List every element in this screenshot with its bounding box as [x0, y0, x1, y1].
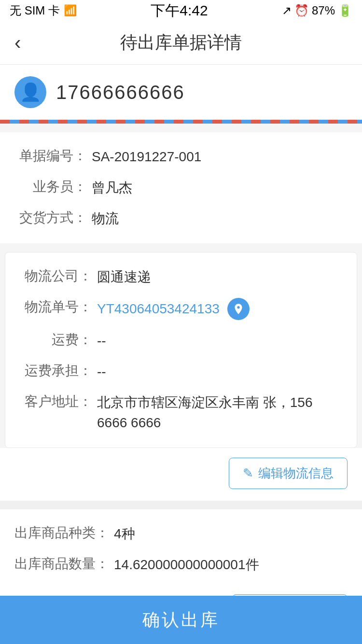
- customer-header: 👤 17666666666: [0, 65, 362, 120]
- freight-row: 运费： --: [20, 331, 342, 351]
- edit-logistics-container: ✎ 编辑物流信息: [0, 448, 362, 501]
- order-number-value: SA-20191227-001: [92, 147, 348, 167]
- order-number-row: 单据编号： SA-20191227-001: [14, 147, 348, 167]
- status-left: 无 SIM 卡 📶: [10, 3, 77, 18]
- carrier-text: 无 SIM 卡: [10, 3, 60, 18]
- delivery-label: 交货方式：: [14, 209, 92, 227]
- back-button[interactable]: ‹: [14, 32, 21, 54]
- tracking-value: YT43064053424133: [97, 299, 220, 319]
- battery-icon: 🔋: [338, 4, 352, 17]
- edit-logistics-label: 编辑物流信息: [258, 465, 334, 482]
- location-icon: ↗: [282, 4, 292, 17]
- freight-label: 运费：: [20, 331, 97, 349]
- logistics-section: 物流公司： 圆通速递 物流单号： YT43064053424133 运费： --…: [5, 252, 357, 448]
- edit-icon: ✎: [243, 466, 253, 481]
- address-label: 客户地址：: [20, 392, 97, 411]
- product-types-label: 出库商品种类：: [14, 524, 114, 542]
- gray-divider: [0, 501, 362, 509]
- tracking-value-row: YT43064053424133: [97, 298, 250, 320]
- agent-row: 业务员： 曾凡杰: [14, 178, 348, 198]
- logistics-company-value: 圆通速递: [97, 267, 342, 287]
- freight-bear-label: 运费承担：: [20, 362, 97, 380]
- confirm-text: 确认出库: [142, 608, 220, 632]
- alarm-icon: ⏰: [294, 4, 309, 17]
- user-icon: 👤: [20, 82, 42, 102]
- battery-text: 87%: [312, 4, 335, 17]
- tracking-number-row: 物流单号： YT43064053424133: [20, 298, 342, 320]
- status-time: 下午4:42: [151, 1, 208, 21]
- status-right: ↗ ⏰ 87% 🔋: [282, 4, 352, 17]
- product-quantity-row: 出库商品数量： 14.620000000000001件: [14, 555, 348, 575]
- address-row: 客户地址： 北京市市辖区海淀区永丰南 张，156 6666 6666: [20, 392, 342, 433]
- edit-logistics-button[interactable]: ✎ 编辑物流信息: [229, 458, 348, 489]
- product-quantity-value: 14.620000000000001件: [114, 555, 348, 575]
- page-title: 待出库单据详情: [120, 31, 242, 55]
- order-number-label: 单据编号：: [14, 147, 92, 165]
- address-value: 北京市市辖区海淀区永丰南 张，156 6666 6666: [97, 392, 342, 433]
- delivery-row: 交货方式： 物流: [14, 209, 348, 229]
- freight-value: --: [97, 331, 342, 351]
- logistics-company-label: 物流公司：: [20, 267, 97, 285]
- confirm-bar[interactable]: 确认出库: [0, 596, 362, 644]
- product-types-value: 4种: [114, 524, 348, 544]
- logistics-company-row: 物流公司： 圆通速递: [20, 267, 342, 287]
- product-quantity-label: 出库商品数量：: [14, 555, 114, 573]
- avatar: 👤: [14, 76, 46, 108]
- wifi-icon: 📶: [64, 4, 77, 17]
- freight-bear-value: --: [97, 362, 342, 382]
- customer-phone: 17666666666: [56, 82, 185, 103]
- location-pin-icon[interactable]: [227, 298, 250, 320]
- status-bar: 无 SIM 卡 📶 下午4:42 ↗ ⏰ 87% 🔋: [0, 0, 362, 21]
- agent-label: 业务员：: [14, 178, 92, 196]
- freight-bear-row: 运费承担： --: [20, 362, 342, 382]
- dashed-divider: [0, 120, 362, 124]
- stats-section: 出库商品种类： 4种 出库商品数量： 14.620000000000001件: [0, 509, 362, 589]
- agent-value: 曾凡杰: [92, 178, 348, 198]
- tracking-label: 物流单号：: [20, 298, 97, 316]
- product-types-row: 出库商品种类： 4种: [14, 524, 348, 544]
- order-info-section: 单据编号： SA-20191227-001 业务员： 曾凡杰 交货方式： 物流: [0, 132, 362, 243]
- delivery-value: 物流: [92, 209, 348, 229]
- nav-bar: ‹ 待出库单据详情: [0, 21, 362, 65]
